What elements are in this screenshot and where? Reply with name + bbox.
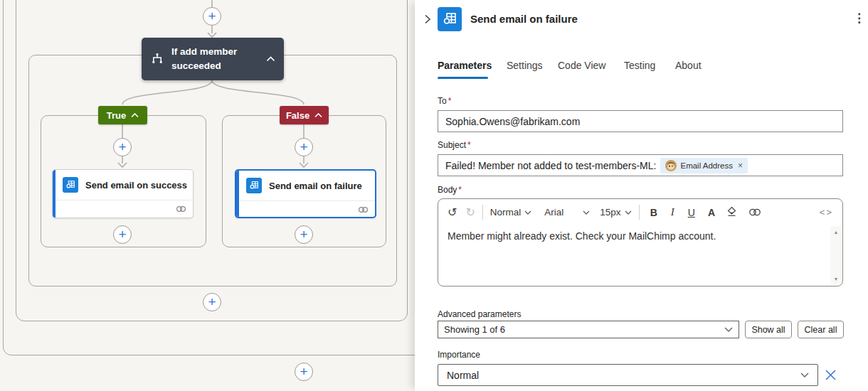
plus-icon: + [118, 140, 126, 154]
advanced-parameters-label: Advanced parameters [438, 309, 521, 319]
more-options-icon[interactable]: ⋮ [850, 11, 868, 26]
flow-designer: + + + + + + + If add member succeeded [0, 0, 868, 391]
tab-settings[interactable]: Settings [507, 60, 543, 71]
true-branch-badge[interactable]: True [98, 106, 147, 124]
condition-node-title: If add member succeeded [171, 45, 255, 74]
condition-icon [150, 52, 164, 66]
email-address-token[interactable]: Email Address × [660, 158, 748, 173]
true-branch-label: True [107, 110, 126, 121]
subject-text: Failed! Member not added to test-members… [445, 160, 656, 171]
scroll-up-icon[interactable]: ▲ [830, 230, 842, 235]
to-field-label: To* [438, 96, 451, 106]
plus-icon: + [118, 227, 126, 241]
chevron-right-icon [423, 14, 433, 24]
false-branch-label: False [286, 110, 309, 121]
false-branch-badge[interactable]: False [280, 106, 329, 124]
italic-button[interactable]: I [671, 206, 674, 218]
add-action-button-true-branch[interactable]: + [113, 225, 132, 244]
outlook-icon [246, 178, 262, 193]
scroll-down-icon[interactable]: ▼ [830, 277, 842, 282]
toolbar-divider [639, 205, 640, 220]
body-text[interactable]: Member might already exist. Check your M… [438, 225, 842, 247]
required-mark: * [467, 140, 471, 150]
advanced-parameters-value: Showing 1 of 6 [444, 324, 505, 335]
condition-node[interactable]: If add member succeeded [142, 38, 284, 80]
add-action-button-bottom[interactable]: + [295, 363, 313, 381]
required-mark: * [458, 185, 462, 195]
clear-importance-icon[interactable] [825, 369, 837, 384]
importance-value: Normal [447, 370, 479, 381]
bold-button[interactable]: B [650, 207, 657, 218]
plus-icon: + [208, 295, 216, 309]
font-name-dropdown[interactable]: Arial [544, 207, 590, 218]
active-tab-underline [438, 77, 488, 79]
paragraph-style-dropdown[interactable]: Normal [490, 207, 532, 218]
underline-button[interactable]: U [688, 207, 695, 218]
chevron-down-icon [625, 210, 632, 215]
to-value: Sophia.Owens@fabrikam.com [445, 116, 580, 127]
card-accent-bar [53, 170, 55, 218]
to-input[interactable]: Sophia.Owens@fabrikam.com [438, 110, 843, 132]
panel-title: Send email on failure [470, 13, 578, 25]
clear-all-button[interactable]: Clear all [798, 321, 844, 338]
redo-icon[interactable]: ↻ [465, 205, 475, 219]
subject-input[interactable]: Failed! Member not added to test-members… [438, 154, 843, 176]
card-title: Send email on success [85, 180, 187, 191]
collapse-chevron-up-icon[interactable] [314, 113, 322, 118]
advanced-parameters-dropdown[interactable]: Showing 1 of 6 [438, 321, 739, 338]
collapse-chevron-up-icon[interactable] [266, 56, 275, 62]
card-title: Send email on failure [269, 181, 362, 191]
chevron-down-icon [724, 327, 733, 332]
send-email-on-failure-card[interactable]: Send email on failure [235, 169, 376, 218]
connection-icon [176, 205, 186, 213]
insert-step-button-false-branch[interactable]: + [295, 138, 313, 156]
collapse-panel-button[interactable] [421, 13, 434, 28]
rich-text-toolbar: ↺ ↻ Normal Arial 15px B I U [438, 199, 842, 225]
highlight-color-icon[interactable] [727, 206, 736, 219]
collapse-chevron-up-icon[interactable] [131, 113, 139, 118]
code-view-icon[interactable]: <> [820, 207, 833, 218]
font-color-button[interactable]: A [708, 207, 715, 218]
tab-about[interactable]: About [675, 60, 702, 71]
remove-token-icon[interactable]: × [738, 161, 743, 171]
insert-step-button-top[interactable]: + [203, 7, 221, 26]
card-accent-bar [236, 171, 239, 217]
subject-field-label: Subject* [438, 140, 471, 150]
outlook-icon [438, 7, 462, 31]
chevron-down-icon [583, 210, 590, 215]
tab-parameters[interactable]: Parameters [438, 60, 492, 71]
insert-step-button-true-branch[interactable]: + [113, 138, 132, 156]
add-action-button-after-condition[interactable]: + [203, 293, 221, 311]
body-rich-text-editor[interactable]: ↺ ↻ Normal Arial 15px B I U [438, 198, 843, 286]
add-action-button-false-branch[interactable]: + [295, 225, 313, 244]
mailchimp-avatar-icon [665, 160, 677, 171]
chevron-down-icon [524, 210, 531, 215]
required-mark: * [448, 96, 452, 106]
plus-icon: + [208, 9, 216, 23]
action-details-panel: Send email on failure ⋮ Parameters Setti… [415, 0, 868, 391]
flow-canvas[interactable]: + + + + + + + If add member succeeded [0, 0, 415, 391]
tab-code-view[interactable]: Code View [558, 60, 605, 71]
token-label: Email Address [680, 161, 733, 170]
show-all-button[interactable]: Show all [745, 321, 792, 338]
link-icon[interactable] [748, 206, 761, 219]
connection-icon [358, 206, 369, 213]
outlook-icon [63, 177, 78, 193]
plus-icon: + [300, 365, 307, 378]
chevron-down-icon [800, 373, 809, 377]
send-email-on-success-card[interactable]: Send email on success [52, 169, 194, 218]
plus-icon: + [300, 140, 307, 154]
font-size-dropdown[interactable]: 15px [600, 207, 631, 218]
body-scrollbar[interactable]: ▲ ▼ [830, 226, 842, 285]
toolbar-divider [482, 205, 483, 220]
importance-label: Importance [438, 350, 480, 360]
body-field-label: Body* [438, 185, 462, 195]
tab-testing[interactable]: Testing [624, 60, 655, 71]
importance-dropdown[interactable]: Normal [438, 364, 818, 386]
undo-icon[interactable]: ↺ [448, 205, 457, 219]
plus-icon: + [300, 227, 307, 241]
